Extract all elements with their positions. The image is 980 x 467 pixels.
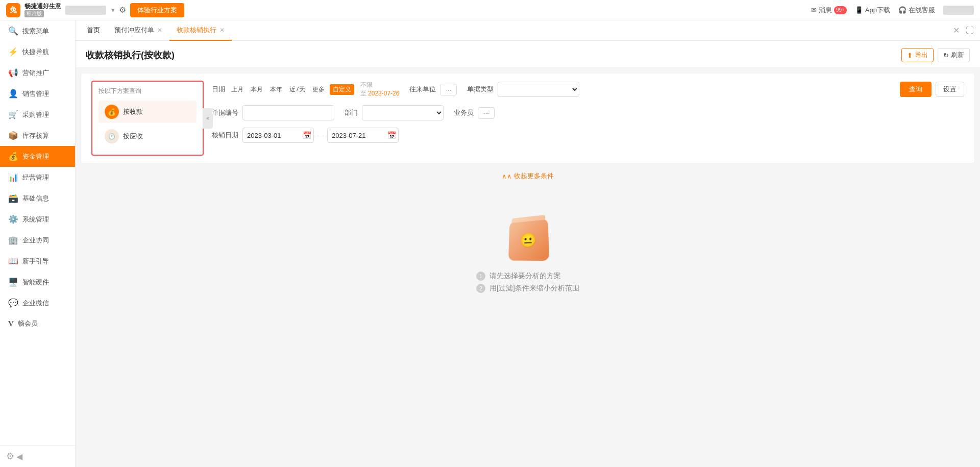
sidebar-item-wechat[interactable]: 💬 企业微信 [0,292,75,313]
filter-scheme-panel: 按以下方案查询 💰 按收款 🕐 按应收 « [91,81,204,156]
export-button[interactable]: ⬆ 导出 [901,48,934,62]
sidebar-item-smart-hw[interactable]: 🖥️ 智能硬件 [0,272,75,292]
sidebar-collapse-button[interactable]: ◀ [16,452,22,461]
sidebar-item-purchase[interactable]: 🛒 采购管理 [0,104,75,125]
filter-collapse-button[interactable]: « [203,108,213,129]
business-icon: 📊 [8,173,18,182]
hint-text-2: 用[过滤]条件来缩小分析范围 [489,284,579,293]
counterparty-label: 往来单位 [409,85,436,94]
doc-number-field: 单据编号 [212,105,334,120]
shortcut-custom[interactable]: 自定义 [330,84,354,95]
shortcut-7days[interactable]: 近7天 [287,84,307,95]
smart-hw-icon: 🖥️ [8,277,18,287]
marketing-icon: 📢 [8,68,18,78]
sidebar-item-finance[interactable]: 💰 资金管理 [0,146,75,167]
writeoff-date-end-input[interactable] [332,132,385,139]
page-header: 收款核销执行(按收款) ⬆ 导出 ↻ 刷新 [76,41,980,68]
writeoff-date-start-input[interactable] [247,132,301,139]
app-layout: 🔍 搜索菜单 ⚡ 快捷导航 📢 营销推广 👤 销售管理 🛒 采购管理 📦 库存核… [0,20,980,467]
sidebar-label: 智能硬件 [22,278,49,287]
member-icon: V [8,319,14,328]
sidebar-item-business[interactable]: 📊 经营管理 [0,167,75,188]
empty-box-illustration: 😐 [508,218,549,261]
sidebar-label: 企业微信 [22,299,49,308]
dropdown-chevron-icon[interactable]: ▾ [111,6,115,14]
dept-select[interactable] [362,105,444,120]
doc-type-label: 单据类型 [467,85,494,94]
writeoff-date-start-wrap: 📅 [242,128,314,143]
hint-text-1: 请先选择要分析的方案 [489,272,561,281]
sidebar-item-basic-info[interactable]: 🗃️ 基础信息 [0,188,75,209]
system-icon: ⚙️ [8,214,18,224]
user-avatar[interactable] [943,6,974,15]
filter-by-receipt[interactable]: 💰 按收款 [99,101,197,123]
calendar-end-icon[interactable]: 📅 [387,131,396,139]
filter-row-2: 单据编号 部门 业务员 ··· [212,105,964,120]
filter-scheme-title: 按以下方案查询 [99,87,197,95]
sidebar-item-member[interactable]: V 畅会员 [0,313,75,334]
app-download-button[interactable]: 📱 App下载 [855,6,890,15]
shortcut-this-month[interactable]: 本月 [249,84,265,95]
sidebar-label: 搜索菜单 [22,27,49,36]
tab-receipt-writeoff-close-icon[interactable]: ✕ [219,27,225,34]
empty-hint-2: 2 用[过滤]条件来缩小分析范围 [476,284,579,293]
empty-icon: 😐 [502,214,553,265]
settings-button[interactable]: 设置 [936,82,964,97]
refresh-button[interactable]: ↻ 刷新 [938,48,970,62]
filter-row-1: 日期 上月 本月 本年 近7天 更多 自定义 不限 至 [212,81,964,98]
calendar-start-icon[interactable]: 📅 [303,131,311,139]
receivable-option-icon: 🕐 [105,129,119,143]
receipt-option-icon: 💰 [105,105,119,119]
brand-sub: 标准版 [24,10,44,17]
wechat-icon: 💬 [8,298,18,308]
shortcut-last-month[interactable]: 上月 [229,84,246,95]
message-badge: 99+ [834,6,847,14]
doc-number-input[interactable] [242,105,334,120]
guide-icon: 📖 [8,256,18,266]
online-service-button[interactable]: 🎧 在线客服 [898,6,935,15]
tab-receipt-writeoff[interactable]: 收款核销执行 ✕ [169,20,232,41]
tab-prepay-close-icon[interactable]: ✕ [157,27,162,34]
topbar: 兔 畅捷通好生意 标准版 ▾ ⚙ 体验行业方案 ✉ 消息 99+ 📱 App下载… [0,0,980,20]
shortcut-this-year[interactable]: 本年 [268,84,284,95]
footer-settings-icon[interactable]: ⚙ [6,451,14,462]
sidebar-item-sales[interactable]: 👤 销售管理 [0,83,75,104]
sidebar-item-quick-nav[interactable]: ⚡ 快捷导航 [0,41,75,62]
tab-close-all-icon[interactable]: ✕ [951,23,962,37]
counterparty-picker-button[interactable]: ··· [440,84,457,95]
sidebar-item-guide[interactable]: 📖 新手引导 [0,251,75,272]
page-title: 收款核销执行(按收款) [86,49,175,61]
writeoff-date-field: 核销日期 📅 — 📅 [212,128,399,143]
hint-num-1: 1 [476,272,485,281]
sidebar-item-marketing[interactable]: 📢 营销推广 [0,62,75,83]
settings-gear-icon[interactable]: ⚙ [119,5,126,15]
doc-type-field: 单据类型 [467,82,579,97]
shortcut-more[interactable]: 更多 [310,84,327,95]
filter-fields: 日期 上月 本月 本年 近7天 更多 自定义 不限 至 [212,81,964,156]
tab-home-label: 首页 [87,26,100,35]
staff-picker-button[interactable]: ··· [478,107,495,119]
sidebar-item-inventory[interactable]: 📦 库存核算 [0,125,75,146]
sidebar-item-system[interactable]: ⚙️ 系统管理 [0,209,75,230]
messages-button[interactable]: ✉ 消息 99+ [811,6,847,15]
empty-hints: 1 请先选择要分析的方案 2 用[过滤]条件来缩小分析范围 [476,272,579,293]
message-icon: ✉ [811,6,817,14]
tab-expand-icon[interactable]: ⛶ [964,24,976,37]
industry-solution-button[interactable]: 体验行业方案 [130,3,184,17]
tab-bar-actions: ✕ ⛶ [951,23,976,37]
tab-prepay[interactable]: 预付冲应付单 ✕ [107,20,169,41]
tab-home[interactable]: 首页 [80,20,107,41]
doc-type-select[interactable] [498,82,579,97]
sidebar-item-search-menu[interactable]: 🔍 搜索菜单 [0,20,75,41]
collapse-conditions-button[interactable]: ∧∧ 收起更多条件 [81,168,975,184]
sidebar-label: 企业协同 [22,236,49,245]
date-field: 日期 上月 本月 本年 近7天 更多 自定义 不限 至 [212,81,399,98]
sales-icon: 👤 [8,89,18,99]
query-button[interactable]: 查询 [900,82,932,97]
sidebar-label: 新手引导 [22,257,49,266]
filter-by-receivable[interactable]: 🕐 按应收 [99,125,197,148]
filter-row-3: 核销日期 📅 — 📅 [212,128,964,143]
sidebar-item-enterprise[interactable]: 🏢 企业协同 [0,230,75,251]
quick-nav-icon: ⚡ [8,47,18,57]
sidebar-label: 库存核算 [22,131,49,140]
